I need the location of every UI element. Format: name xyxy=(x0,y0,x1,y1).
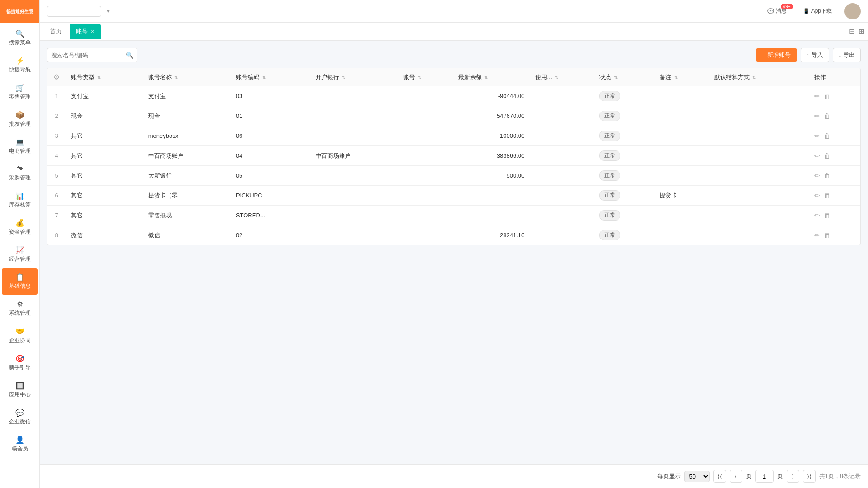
col-header-code[interactable]: 账号编码 ⇅ xyxy=(231,68,310,86)
row-name: 支付宝 xyxy=(143,86,231,106)
delete-button[interactable]: 🗑 xyxy=(824,132,830,140)
tab-minimize-button[interactable]: ⊟ xyxy=(849,27,855,36)
basic-info-icon: 📋 xyxy=(5,273,35,282)
page-first-button[interactable]: ⟨⟨ xyxy=(713,470,726,483)
account-search-input[interactable] xyxy=(51,52,126,59)
edit-button[interactable]: ✏ xyxy=(814,152,820,160)
col-header-settlement[interactable]: 默认结算方式 ⇅ xyxy=(709,68,808,86)
tab-account[interactable]: 账号 ✕ xyxy=(70,24,101,39)
row-usage xyxy=(530,126,594,146)
row-index: 5 xyxy=(47,166,66,186)
tab-expand-button[interactable]: ⊞ xyxy=(859,27,864,36)
page-next-button[interactable]: ⟩ xyxy=(787,470,799,483)
tab-home[interactable]: 首页 xyxy=(43,24,68,39)
message-button[interactable]: 💬 消息 99+ xyxy=(767,7,787,15)
sidebar-item-appstore[interactable]: 🔲 应用中心 xyxy=(2,377,38,403)
row-balance: 28241.10 xyxy=(453,225,530,245)
app-download-button[interactable]: 📱 App下载 xyxy=(803,7,832,15)
sort-icon-status: ⇅ xyxy=(614,75,618,80)
sidebar-item-label: 搜索菜单 xyxy=(5,39,35,47)
sidebar-item-label: 畅会员 xyxy=(5,445,35,453)
row-code: STORED... xyxy=(231,206,310,225)
sidebar-item-quicknav[interactable]: ⚡ 快捷导航 xyxy=(2,52,38,78)
delete-button[interactable]: 🗑 xyxy=(824,231,830,239)
row-account xyxy=(398,126,453,146)
sidebar-item-retail[interactable]: 🛒 零售管理 xyxy=(2,79,38,105)
delete-button[interactable]: 🗑 xyxy=(824,192,830,200)
sidebar-item-ecommerce[interactable]: 💻 电商管理 xyxy=(2,133,38,160)
col-header-status[interactable]: 状态 ⇅ xyxy=(594,68,654,86)
row-balance xyxy=(453,206,530,225)
row-actions: ✏ 🗑 xyxy=(809,166,860,186)
row-type: 其它 xyxy=(66,146,143,166)
col-header-balance[interactable]: 最新余额 ⇅ xyxy=(453,68,530,86)
row-account xyxy=(398,186,453,206)
sidebar-item-wechat[interactable]: 💬 企业微信 xyxy=(2,404,38,430)
sidebar-item-guide[interactable]: 🎯 新手引导 xyxy=(2,350,38,376)
column-settings-icon[interactable]: ⚙ xyxy=(53,73,60,81)
col-header-bank[interactable]: 开户银行 ⇅ xyxy=(310,68,398,86)
edit-button[interactable]: ✏ xyxy=(814,132,820,140)
tabbar-actions: ⊟ ⊞ xyxy=(849,27,864,36)
sidebar-item-inventory[interactable]: 📊 库存核算 xyxy=(2,187,38,213)
row-actions: ✏ 🗑 xyxy=(809,225,860,245)
sidebar-item-member[interactable]: 👤 畅会员 xyxy=(2,431,38,457)
delete-button[interactable]: 🗑 xyxy=(824,112,830,120)
search-icon: 🔍 xyxy=(126,52,133,59)
topbar-search-input[interactable] xyxy=(47,6,101,17)
user-avatar[interactable] xyxy=(844,3,861,19)
edit-button[interactable]: ✏ xyxy=(814,112,820,120)
sidebar-item-finance[interactable]: 💰 资金管理 xyxy=(2,214,38,240)
import-icon: ↑ xyxy=(807,52,810,59)
sidebar-item-system[interactable]: ⚙ 系统管理 xyxy=(2,296,38,322)
col-header-account[interactable]: 账号 ⇅ xyxy=(398,68,453,86)
col-header-type[interactable]: 账号类型 ⇅ xyxy=(66,68,143,86)
delete-button[interactable]: 🗑 xyxy=(824,172,830,180)
status-badge: 正常 xyxy=(599,230,620,240)
edit-button[interactable]: ✏ xyxy=(814,192,820,200)
row-balance xyxy=(453,186,530,206)
edit-button[interactable]: ✏ xyxy=(814,231,820,239)
page-last-button[interactable]: ⟩⟩ xyxy=(803,470,816,483)
add-account-button[interactable]: + 新增账号 xyxy=(756,48,797,62)
row-remark xyxy=(654,106,709,126)
page-size-select[interactable]: 50 20 100 xyxy=(684,471,710,482)
edit-button[interactable]: ✏ xyxy=(814,92,820,100)
page-input[interactable] xyxy=(755,470,774,483)
tab-account-close[interactable]: ✕ xyxy=(90,28,94,34)
sidebar-item-operations[interactable]: 📈 经营管理 xyxy=(2,241,38,267)
col-header-remark[interactable]: 备注 ⇅ xyxy=(654,68,709,86)
edit-button[interactable]: ✏ xyxy=(814,172,820,180)
row-code: 04 xyxy=(231,146,310,166)
export-button[interactable]: ↓ 导出 xyxy=(833,48,861,62)
settings-col-header: ⚙ xyxy=(47,68,66,86)
toolbar-left: 🔍 xyxy=(47,48,137,62)
col-header-name[interactable]: 账号名称 ⇅ xyxy=(143,68,231,86)
table-row: 5 其它 大新银行 05 500.00 正常 ✏ 🗑 xyxy=(47,166,860,186)
import-button[interactable]: ↑ 导入 xyxy=(801,48,829,62)
row-status: 正常 xyxy=(594,225,654,245)
wholesale-icon: 📦 xyxy=(5,111,35,119)
system-icon: ⚙ xyxy=(5,300,35,309)
delete-button[interactable]: 🗑 xyxy=(824,92,830,100)
row-status: 正常 xyxy=(594,86,654,106)
row-type: 其它 xyxy=(66,206,143,225)
sidebar-item-wholesale[interactable]: 📦 批发管理 xyxy=(2,106,38,132)
row-index: 7 xyxy=(47,206,66,225)
sidebar-item-search[interactable]: 🔍 搜索菜单 xyxy=(2,25,38,51)
export-icon: ↓ xyxy=(839,52,842,59)
edit-button[interactable]: ✏ xyxy=(814,211,820,220)
col-header-usage[interactable]: 使用... ⇅ xyxy=(530,68,594,86)
delete-button[interactable]: 🗑 xyxy=(824,152,830,160)
row-usage xyxy=(530,186,594,206)
delete-button[interactable]: 🗑 xyxy=(824,211,830,220)
message-icon: 💬 xyxy=(767,8,774,14)
row-usage xyxy=(530,166,594,186)
sidebar-item-purchase[interactable]: 🛍 采购管理 xyxy=(2,160,38,186)
sidebar-item-collab[interactable]: 🤝 企业协同 xyxy=(2,323,38,349)
sidebar-item-basic-info[interactable]: 📋 基础信息 xyxy=(2,268,38,295)
search-icon: 🔍 xyxy=(5,29,35,38)
status-badge: 正常 xyxy=(599,111,620,121)
page-prev-button[interactable]: ⟨ xyxy=(730,470,742,483)
topbar-dropdown-arrow[interactable]: ▼ xyxy=(106,9,111,14)
